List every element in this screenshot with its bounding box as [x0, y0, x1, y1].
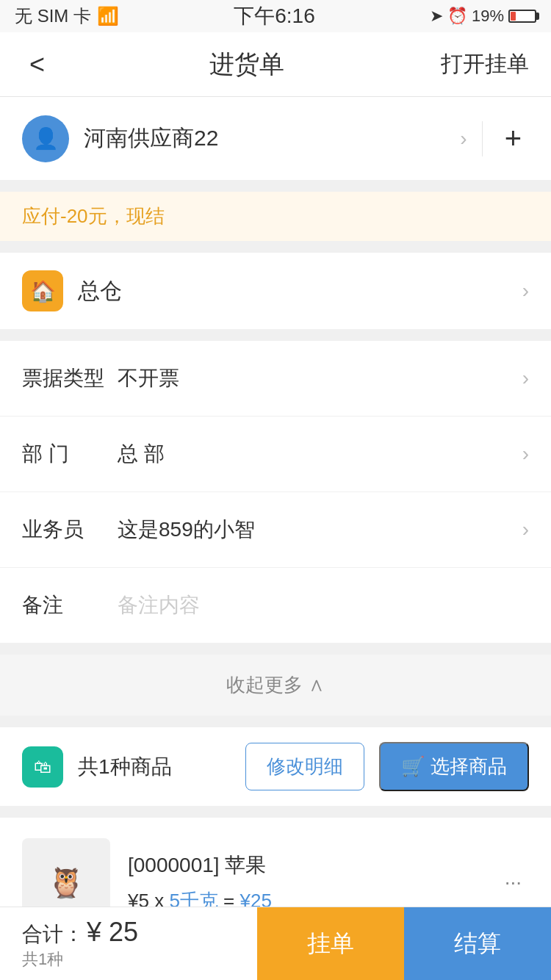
status-right: ➤ ⏰ 19% [430, 7, 536, 26]
avatar-icon: 👤 [33, 126, 59, 151]
product-section-header: 🛍 共1种商品 修改明细 🛒 选择商品 [0, 727, 551, 806]
page-title: 进货单 [209, 48, 284, 82]
total-section: 合计： ¥ 25 共1种 [0, 907, 257, 980]
remark-placeholder: 备注内容 [118, 591, 529, 619]
product-icon: 🛍 [22, 746, 63, 788]
battery-percent: 19% [472, 7, 504, 26]
product-title: 苹果 [225, 854, 266, 876]
product-info: [0000001] 苹果 ¥5 x 5千克 = ¥25 [128, 851, 480, 914]
bottom-bar: 合计： ¥ 25 共1种 挂单 结算 [0, 907, 551, 980]
status-left: 无 SIM 卡 📶 [15, 4, 119, 28]
supplier-avatar: 👤 [22, 115, 69, 162]
carrier-label: 无 SIM 卡 [15, 4, 91, 28]
department-value: 总 部 [118, 440, 522, 468]
warehouse-chevron-icon: › [522, 279, 529, 303]
edit-detail-button[interactable]: 修改明细 [245, 743, 364, 790]
salesperson-label: 业务员 [22, 516, 110, 544]
salesperson-chevron-icon: › [522, 518, 529, 541]
department-chevron-icon: › [522, 442, 529, 466]
battery-icon [508, 10, 536, 23]
select-product-button[interactable]: 🛒 选择商品 [379, 742, 529, 791]
warehouse-card[interactable]: 🏠 总仓 › [0, 253, 551, 329]
remark-row[interactable]: 备注 备注内容 [0, 567, 551, 643]
hang-button[interactable]: 挂单 [257, 907, 404, 980]
cart-icon: 🛒 [401, 755, 425, 778]
supplier-divider [482, 121, 483, 156]
total-amount: ¥ 25 [87, 917, 138, 948]
product-count: 共1种商品 [78, 753, 231, 781]
product-name: [0000001] 苹果 [128, 851, 480, 879]
product-code: [0000001] [128, 854, 220, 876]
supplier-card: 👤 河南供应商22 › + [0, 97, 551, 180]
warehouse-icon: 🏠 [22, 270, 63, 311]
form-card: 票据类型 不开票 › 部 门 总 部 › 业务员 这是859的小智 › 备注 备… [0, 341, 551, 643]
total-sub: 共1种 [22, 948, 235, 970]
salesperson-row[interactable]: 业务员 这是859的小智 › [0, 491, 551, 567]
wifi-icon: 📶 [97, 6, 119, 26]
supplier-name: 河南供应商22 [84, 123, 460, 154]
alarm-icon: ⏰ [447, 7, 467, 26]
supplier-row[interactable]: 👤 河南供应商22 › + [0, 97, 551, 180]
invoice-type-label: 票据类型 [22, 364, 110, 392]
collapse-bar[interactable]: 收起更多 ∧ [0, 655, 551, 716]
content: 👤 河南供应商22 › + 应付-20元，现结 🏠 总仓 › 票据类型 不开票 … [0, 97, 551, 980]
department-label: 部 门 [22, 440, 110, 468]
back-button[interactable]: < [22, 42, 52, 87]
product-owl-icon: 🦉 [48, 865, 84, 900]
remark-label: 备注 [22, 591, 110, 619]
warehouse-row[interactable]: 🏠 总仓 › [0, 253, 551, 329]
notice-banner: 应付-20元，现结 [0, 192, 551, 241]
nav-bar: < 进货单 打开挂单 [0, 32, 551, 97]
open-hang-button[interactable]: 打开挂单 [441, 49, 529, 79]
supplier-chevron-icon: › [460, 127, 467, 151]
department-row[interactable]: 部 门 总 部 › [0, 416, 551, 491]
warehouse-name: 总仓 [78, 276, 522, 306]
invoice-type-chevron-icon: › [522, 367, 529, 390]
salesperson-value: 这是859的小智 [118, 516, 522, 544]
invoice-type-value: 不开票 [118, 364, 522, 392]
status-bar: 无 SIM 卡 📶 下午6:16 ➤ ⏰ 19% [0, 0, 551, 32]
total-label: 合计： [22, 920, 84, 948]
time-label: 下午6:16 [234, 2, 315, 30]
select-product-label: 选择商品 [431, 754, 507, 779]
battery-fill [511, 12, 516, 21]
product-more-button[interactable]: ··· [497, 863, 529, 901]
location-icon: ➤ [430, 7, 443, 26]
invoice-type-row[interactable]: 票据类型 不开票 › [0, 341, 551, 416]
add-supplier-button[interactable]: + [497, 115, 529, 162]
checkout-button[interactable]: 结算 [404, 907, 551, 980]
